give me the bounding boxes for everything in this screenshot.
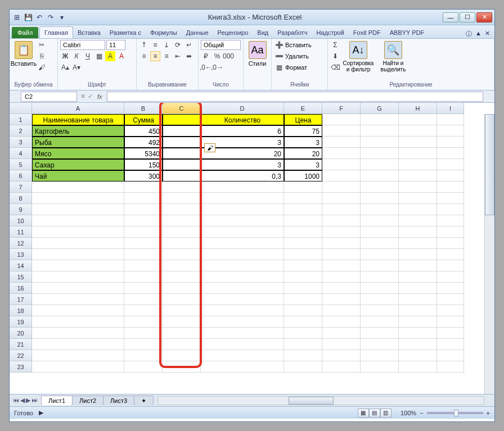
cell[interactable] [124, 238, 163, 249]
cell[interactable]: Сумма [124, 114, 163, 125]
cell[interactable] [201, 305, 284, 316]
col-header-D[interactable]: D [201, 103, 284, 114]
row-header[interactable]: 2 [10, 125, 32, 137]
next-sheet-icon[interactable]: ▶ [26, 397, 30, 404]
row-header[interactable]: 5 [10, 159, 32, 170]
cell[interactable] [32, 271, 124, 283]
zoom-out-icon[interactable]: − [420, 410, 423, 416]
row-header[interactable]: 16 [10, 283, 32, 294]
cell[interactable] [32, 361, 124, 373]
format-cells-icon[interactable]: ▦ [274, 62, 284, 72]
cell[interactable] [32, 283, 124, 294]
cell[interactable] [163, 260, 201, 271]
cell[interactable] [32, 193, 124, 204]
tab-abbyy[interactable]: ABBYY PDF [385, 27, 429, 38]
row-header[interactable]: 10 [10, 215, 32, 226]
zoom-thumb[interactable] [454, 410, 458, 416]
insert-cells-icon[interactable]: ➕ [274, 40, 284, 50]
cell[interactable] [361, 316, 399, 328]
cell[interactable] [163, 193, 201, 204]
cancel-formula-icon[interactable]: ✕ [80, 93, 86, 100]
cell[interactable] [163, 159, 201, 170]
cell[interactable] [361, 283, 399, 294]
row-header[interactable]: 7 [10, 182, 32, 193]
cell[interactable] [163, 226, 201, 238]
redo-icon[interactable]: ↷ [46, 12, 56, 22]
cell[interactable] [399, 182, 437, 193]
font-color-icon[interactable]: А [116, 51, 127, 61]
cell[interactable] [361, 159, 399, 170]
cell[interactable] [163, 170, 201, 182]
cell[interactable] [284, 361, 322, 373]
cell[interactable] [361, 305, 399, 316]
zoom-level[interactable]: 100% [400, 410, 416, 416]
row-header[interactable]: 22 [10, 350, 32, 361]
fx-icon[interactable]: fx [97, 93, 102, 100]
cell[interactable] [284, 350, 322, 361]
col-header-E[interactable]: E [284, 103, 322, 114]
format-cells-label[interactable]: Формат [285, 64, 307, 71]
cell[interactable] [322, 114, 361, 125]
cell[interactable] [399, 294, 437, 305]
cut-icon[interactable]: ✂ [37, 40, 47, 50]
close-button[interactable]: ✕ [476, 12, 492, 22]
row-header[interactable]: 9 [10, 204, 32, 215]
row-header[interactable]: 21 [10, 339, 32, 350]
cell[interactable] [437, 182, 464, 193]
normal-view-icon[interactable]: ▦ [358, 409, 369, 418]
help-icon[interactable]: ⓘ [466, 30, 472, 38]
zoom-slider[interactable] [427, 412, 483, 414]
row-header[interactable]: 4 [10, 148, 32, 159]
row-header[interactable]: 1 [10, 114, 32, 125]
cell[interactable]: 492 [124, 137, 163, 148]
enter-formula-icon[interactable]: ✓ [88, 93, 93, 100]
hscroll-thumb[interactable] [289, 397, 334, 405]
cell[interactable]: Наименование товара [32, 114, 124, 125]
autosum-icon[interactable]: Σ [330, 40, 340, 50]
select-all-corner[interactable] [10, 103, 32, 114]
cell[interactable] [284, 226, 322, 238]
cell[interactable] [437, 260, 464, 271]
cell[interactable] [284, 238, 322, 249]
cell[interactable] [322, 328, 361, 339]
cell[interactable] [399, 159, 437, 170]
cell[interactable] [322, 170, 361, 182]
tab-developer[interactable]: Разработч [273, 27, 312, 38]
cell[interactable] [437, 170, 464, 182]
align-middle-icon[interactable]: ≡ [150, 40, 160, 50]
cell[interactable] [124, 283, 163, 294]
cell[interactable] [32, 182, 124, 193]
cell[interactable] [399, 193, 437, 204]
cell[interactable] [361, 328, 399, 339]
cell[interactable]: 5340 [124, 148, 163, 159]
cell[interactable] [124, 249, 163, 260]
page-layout-view-icon[interactable]: ▤ [369, 409, 380, 418]
cell[interactable] [201, 238, 284, 249]
cell[interactable] [284, 215, 322, 226]
cell[interactable] [284, 305, 322, 316]
cell[interactable] [124, 294, 163, 305]
currency-icon[interactable]: ₽ [201, 51, 211, 61]
paste-options-icon[interactable]: 🖌 [204, 143, 215, 152]
cell[interactable] [163, 249, 201, 260]
italic-icon[interactable]: К [71, 51, 82, 61]
cell[interactable] [201, 193, 284, 204]
cell[interactable] [399, 238, 437, 249]
cell[interactable] [361, 114, 399, 125]
cell[interactable] [163, 339, 201, 350]
percent-icon[interactable]: % [212, 51, 222, 61]
zoom-in-icon[interactable]: + [487, 410, 490, 416]
formula-bar[interactable] [107, 92, 483, 102]
comma-icon[interactable]: 000 [223, 51, 233, 61]
cell[interactable] [163, 148, 201, 159]
row-header[interactable]: 11 [10, 226, 32, 238]
cell[interactable] [322, 361, 361, 373]
cell[interactable] [322, 226, 361, 238]
cell[interactable] [437, 328, 464, 339]
cell[interactable] [399, 305, 437, 316]
cell[interactable]: 20 [284, 148, 322, 159]
tab-review[interactable]: Рецензиро [213, 27, 253, 38]
cell[interactable] [201, 215, 284, 226]
number-format-combo[interactable]: Общий [201, 40, 241, 50]
paste-button[interactable]: 📋 Вставить [12, 40, 35, 68]
